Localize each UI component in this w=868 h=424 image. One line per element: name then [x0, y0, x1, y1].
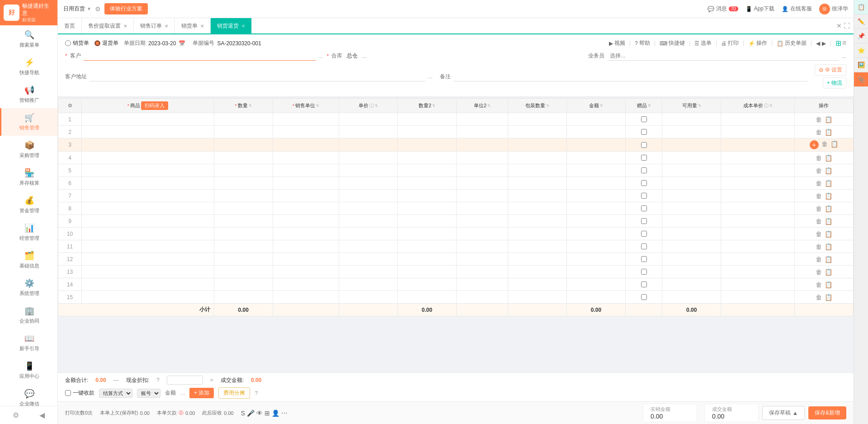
unit2-cell-13[interactable]: [457, 266, 508, 278]
amount-cell-8[interactable]: [566, 202, 625, 215]
available-cell-15[interactable]: [662, 291, 721, 304]
sidebar-item-search[interactable]: 🔍 搜索菜单: [0, 25, 57, 53]
unit2-cell-1[interactable]: [457, 113, 508, 126]
available-cell-14[interactable]: [662, 278, 721, 291]
product-cell-4[interactable]: [82, 152, 214, 164]
amount-cell-12[interactable]: [566, 253, 625, 266]
unit2-cell-14[interactable]: [457, 278, 508, 291]
tab-price-extract-close[interactable]: ✕: [123, 24, 127, 29]
gift-cell-2[interactable]: [625, 126, 662, 138]
experience-button[interactable]: 体验行业方案: [104, 3, 148, 14]
app-download-btn[interactable]: 📱 App下载: [745, 5, 774, 13]
pkg-qty-cell-9[interactable]: [508, 215, 566, 228]
account-select[interactable]: 账号: [137, 389, 160, 398]
salesperson-picker-icon[interactable]: ...: [842, 53, 846, 59]
available-cell-8[interactable]: [662, 202, 721, 215]
calendar-icon[interactable]: 📅: [179, 40, 185, 47]
product-cell-12[interactable]: [82, 253, 214, 266]
quantity-cell-4[interactable]: [214, 152, 273, 164]
quantity-cell-15[interactable]: [214, 291, 273, 304]
qty2-cell-4[interactable]: [398, 152, 457, 164]
quantity-cell-5[interactable]: [214, 164, 273, 177]
gift-cell-12[interactable]: [625, 253, 662, 266]
available-cell-9[interactable]: [662, 215, 721, 228]
quantity-sort-icon[interactable]: ⇅: [249, 104, 252, 108]
pkg-qty-cell-12[interactable]: [508, 253, 566, 266]
unit2-cell-5[interactable]: [457, 164, 508, 177]
close-all-icon[interactable]: ✕: [836, 22, 842, 29]
unit-price-cell-14[interactable]: [339, 278, 397, 291]
amount-sort-icon[interactable]: ⇅: [600, 104, 603, 108]
unit-price-cell-3[interactable]: [339, 138, 397, 152]
sidebar-item-sales[interactable]: 🛒 销售管理: [0, 108, 57, 136]
gift-checkbox-11[interactable]: [641, 243, 647, 249]
tab-sales-delivery-close[interactable]: ✕: [200, 24, 204, 29]
available-cell-12[interactable]: [662, 253, 721, 266]
ras-btn-2[interactable]: ✏️: [854, 14, 868, 29]
save-draft-btn[interactable]: 保存草稿 ▲: [762, 406, 805, 420]
sidebar-item-purchase[interactable]: 📦 采购管理: [0, 136, 57, 163]
unit2-cell-9[interactable]: [457, 215, 508, 228]
cost-price-cell-13[interactable]: [721, 266, 795, 278]
delete-btn-5[interactable]: 🗑: [816, 167, 822, 174]
logistics-btn[interactable]: + 物流: [823, 77, 846, 89]
tab-home[interactable]: 首页: [58, 18, 82, 34]
unit2-cell-10[interactable]: [457, 228, 508, 240]
quantity-cell-6[interactable]: [214, 177, 273, 190]
return-bill-radio[interactable]: 退货单: [94, 39, 118, 47]
help-btn[interactable]: ? 帮助: [635, 39, 650, 47]
qty2-sort-icon[interactable]: ⇅: [432, 104, 435, 108]
gift-cell-14[interactable]: [625, 278, 662, 291]
discount-input[interactable]: [167, 376, 203, 385]
copy-btn-8[interactable]: 📋: [825, 205, 832, 212]
gift-cell-11[interactable]: [625, 240, 662, 253]
unit-price-cell-10[interactable]: [339, 228, 397, 240]
pkg-qty-cell-2[interactable]: [508, 126, 566, 138]
amount-cell-4[interactable]: [566, 152, 625, 164]
delete-btn-12[interactable]: 🗑: [816, 256, 822, 263]
quantity-cell-1[interactable]: [214, 113, 273, 126]
pkg-qty-cell-10[interactable]: [508, 228, 566, 240]
gift-cell-9[interactable]: [625, 215, 662, 228]
delete-btn-11[interactable]: 🗑: [816, 243, 822, 250]
sogou-icon[interactable]: S: [241, 410, 245, 417]
customer-input[interactable]: [84, 51, 316, 61]
qty2-cell-12[interactable]: [398, 253, 457, 266]
gift-checkbox-12[interactable]: [641, 256, 647, 262]
sidebar-item-finance[interactable]: 💰 资金管理: [0, 191, 57, 219]
gift-cell-3[interactable]: [625, 138, 662, 152]
unit2-cell-12[interactable]: [457, 253, 508, 266]
quantity-cell-7[interactable]: [214, 190, 273, 202]
cost-sort-icon[interactable]: ⇅: [769, 104, 773, 108]
cost-price-cell-11[interactable]: [721, 240, 795, 253]
gift-cell-7[interactable]: [625, 190, 662, 202]
unit-price-cell-4[interactable]: [339, 152, 397, 164]
ras-btn-5[interactable]: 🖼️: [854, 58, 868, 72]
available-cell-7[interactable]: [662, 190, 721, 202]
ras-btn-1[interactable]: 📋: [854, 0, 868, 14]
cost-price-info-icon[interactable]: ⓘ: [764, 103, 769, 109]
delete-btn-3[interactable]: 🗑: [821, 140, 828, 149]
gift-checkbox-14[interactable]: [641, 281, 647, 287]
copy-btn-15[interactable]: 📋: [825, 294, 832, 301]
gift-checkbox-8[interactable]: [641, 205, 647, 211]
unit-price-info-icon[interactable]: ⓘ: [369, 103, 374, 109]
list-view-icon[interactable]: ≡: [842, 39, 846, 48]
gift-checkbox-4[interactable]: [641, 155, 647, 161]
gift-checkbox-15[interactable]: [641, 294, 647, 300]
calc-method-select[interactable]: 结算方式: [99, 389, 132, 398]
copy-btn-12[interactable]: 📋: [825, 256, 832, 263]
amount-cell-5[interactable]: [566, 164, 625, 177]
unit2-cell-2[interactable]: [457, 126, 508, 138]
unit2-cell-3[interactable]: [457, 138, 508, 152]
more-icon[interactable]: ⋯: [281, 410, 288, 417]
split-btn[interactable]: 费用分摊: [218, 387, 250, 399]
qty2-cell-9[interactable]: [398, 215, 457, 228]
unit-price-sort-icon[interactable]: ⇅: [375, 104, 378, 108]
sales-unit-cell-3[interactable]: [273, 138, 339, 152]
cost-price-cell-10[interactable]: [721, 228, 795, 240]
cost-price-cell-7[interactable]: [721, 190, 795, 202]
qty2-cell-11[interactable]: [398, 240, 457, 253]
online-service-btn[interactable]: 👤 在线客服: [782, 5, 812, 13]
delete-btn-10[interactable]: 🗑: [816, 230, 822, 238]
